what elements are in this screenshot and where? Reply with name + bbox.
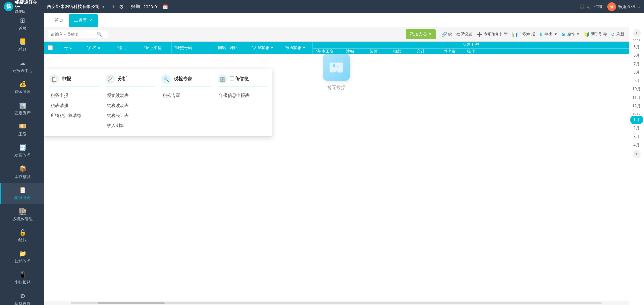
sidebar-label-salary: 工资	[18, 131, 27, 137]
toolbar-actions: 🔗 统一社保设置 ➕ 专项附加扣除 📊 个税申报 ⬇	[441, 31, 624, 37]
empty-text: 暂无数据	[327, 85, 346, 91]
sidebar-item-assets[interactable]: 🏢 固定资产	[0, 98, 44, 119]
tab-bar: 首页 工资表 ✕	[44, 13, 644, 27]
sidebar-item-tax[interactable]: 📋 税务管理	[0, 183, 44, 204]
sidebar-item-closing[interactable]: 🔒 结账	[0, 225, 44, 246]
sidebar-item-settings[interactable]: ⚙ 基础设置	[0, 289, 44, 305]
dropdown-item-tax-stats[interactable]: 纳税统计表	[106, 111, 155, 121]
timeline-up-arrow[interactable]: ▲	[633, 29, 641, 37]
period-label: 账期	[131, 4, 140, 10]
timeline-month-4[interactable]: 4月	[630, 141, 643, 149]
guide-action[interactable]: 🔰 新手引导	[584, 31, 607, 37]
dropdown-item-tax-table[interactable]: 税表清册	[49, 101, 99, 111]
salary-icon: 💴	[19, 123, 26, 130]
mini-sales-icon: 📱	[19, 271, 26, 278]
th-operation: 操作	[464, 49, 488, 54]
gongzhao-sort-icon[interactable]: ⇅	[69, 46, 72, 50]
export-label: 导出	[544, 31, 553, 37]
th-dept: *部门	[114, 42, 141, 54]
th-yingfa-label: 应发工资	[313, 41, 629, 49]
scroll-thumb[interactable]	[98, 302, 165, 304]
timeline-month-5[interactable]: 5月	[630, 43, 643, 51]
timeline-month-7[interactable]: 7月	[630, 60, 643, 68]
sidebar-label-archive: 归档管理	[14, 259, 31, 264]
tab-salary-sheet[interactable]: 工资表 ✕	[69, 14, 98, 27]
report-filter-icon[interactable]: ▼	[302, 46, 306, 50]
sidebar-item-home[interactable]: ⊞ 首页	[0, 13, 44, 35]
timeline-down-arrow[interactable]: ▼	[633, 150, 641, 158]
tax-expert-icon: 🔍	[161, 74, 171, 84]
th-gongzhao: 工号 ⇅	[57, 42, 84, 54]
add-company-icon[interactable]: ＋	[111, 3, 116, 10]
invoice-icon: 🧾	[19, 144, 26, 151]
timeline-month-3[interactable]: 3月	[630, 132, 643, 141]
main-content: 🔍 添加人员 ▼ 🔗 统一社保设置 ➕ 专项附加扣除	[44, 27, 629, 305]
sidebar-label-multi-org: 多机构管理	[12, 216, 33, 222]
header-right: 🎧 人工咨询 畅 畅捷通8组...	[579, 2, 640, 11]
timeline-month-9[interactable]: 9月	[630, 77, 643, 85]
sidebar-item-fund[interactable]: 💰 资金管理	[0, 77, 44, 98]
sidebar-item-inventory[interactable]: 📦 库存核算	[0, 162, 44, 183]
svg-rect-2	[337, 65, 341, 65]
timeline-month-6[interactable]: 6月	[630, 51, 643, 60]
sidebar-item-multi-org[interactable]: 🏬 多机构管理	[0, 204, 44, 225]
tab-home[interactable]: 首页	[49, 14, 69, 27]
th-idtype: *证照类型	[141, 42, 172, 54]
page-inner: 🔍 添加人员 ▼ 🔗 统一社保设置 ➕ 专项附加扣除	[44, 27, 644, 305]
tab-close-icon[interactable]: ✕	[89, 18, 92, 23]
sidebar-label-tax: 税务管理	[14, 195, 31, 201]
sidebar-label-ledger: 总账	[18, 47, 27, 52]
operate-action[interactable]: ⚙ 操作 ▼	[561, 31, 580, 37]
header-checkbox[interactable]	[48, 45, 53, 50]
biz-info-icon: 🏢	[218, 74, 227, 84]
cloud-icon: ☁	[20, 59, 26, 67]
special-deduct-action[interactable]: ➕ 专项附加扣除	[477, 31, 508, 37]
sidebar-item-invoice[interactable]: 🧾 发票管理	[0, 141, 44, 162]
svg-rect-3	[337, 66, 339, 67]
search-input[interactable]	[51, 32, 94, 37]
special-deduct-label: 专项附加扣除	[484, 31, 508, 37]
main-layout: ⊞ 首页 📒 总账 ☁ 云报表中心 💰 资金管理 🏢 固定资产 💴 工资 🧾 发…	[0, 13, 644, 305]
timeline-month-12[interactable]: 12月	[630, 102, 643, 110]
timeline-month-10[interactable]: 10月	[630, 85, 643, 93]
calendar-icon[interactable]: 📅	[163, 4, 168, 9]
dropdown-item-tax-check[interactable]: 税检专家	[161, 90, 211, 101]
th-dept-label: *部门	[117, 45, 127, 51]
timeline-month-8[interactable]: 8月	[630, 68, 643, 77]
sidebar-item-archive[interactable]: 📁 归档管理	[0, 246, 44, 268]
user-area[interactable]: 畅 畅捷通8组...	[607, 2, 640, 11]
personal-tax-action[interactable]: 📊 个税申报	[512, 31, 535, 37]
export-icon: ⬇	[539, 32, 543, 37]
name-sort-icon[interactable]: ⇅	[98, 46, 100, 50]
settings-icon[interactable]: ⚙	[119, 4, 124, 10]
scrollbar-bottom[interactable]	[44, 301, 629, 305]
dropdown-item-income-forecast[interactable]: 收入测算	[106, 121, 155, 131]
company-dropdown-icon: ▼	[102, 5, 105, 9]
th-performance: 绩效	[367, 49, 390, 54]
sidebar-item-mini-sales[interactable]: 📱 小畅报销	[0, 268, 44, 289]
search-icon: 🔍	[97, 32, 102, 37]
timeline-month-11[interactable]: 11月	[630, 93, 643, 102]
timeline-month-2[interactable]: 2月	[630, 124, 643, 132]
timeline-month-1[interactable]: 1月	[630, 116, 643, 124]
sidebar-item-salary[interactable]: 💴 工资	[0, 119, 44, 141]
th-checkbox[interactable]	[44, 45, 57, 50]
export-action[interactable]: ⬇ 导出 ▼	[539, 31, 557, 37]
dropdown-item-tax-burden[interactable]: 税负波动表	[106, 90, 155, 101]
add-person-button[interactable]: 添加人员 ▼	[406, 29, 436, 39]
sidebar-label-invoice: 发票管理	[14, 153, 31, 158]
dropdown-item-tax-declare[interactable]: 税务申报	[49, 90, 99, 101]
sidebar-item-cloud-report[interactable]: ☁ 云报表中心	[0, 56, 44, 77]
period-value: 2023-01	[143, 4, 159, 9]
social-security-action[interactable]: 🔗 统一社保设置	[441, 31, 472, 37]
refresh-action[interactable]: ↺ 刷新	[611, 31, 624, 37]
dropdown-item-tax-payment[interactable]: 纳税波动表	[106, 101, 155, 111]
sidebar-label-home: 首页	[18, 26, 27, 31]
scroll-track[interactable]	[71, 302, 602, 304]
support-button[interactable]: 🎧 人工咨询	[579, 4, 602, 10]
status-filter-icon[interactable]: ▼	[270, 46, 274, 50]
company-selector[interactable]: 西安虾米网络科技有限公司 ▼	[44, 2, 108, 11]
dropdown-item-annual-report[interactable]: 年报信息申报表	[218, 90, 267, 101]
dropdown-item-income-settle[interactable]: 所得税汇算清缴	[49, 111, 99, 121]
sidebar-item-ledger[interactable]: 📒 总账	[0, 35, 44, 56]
